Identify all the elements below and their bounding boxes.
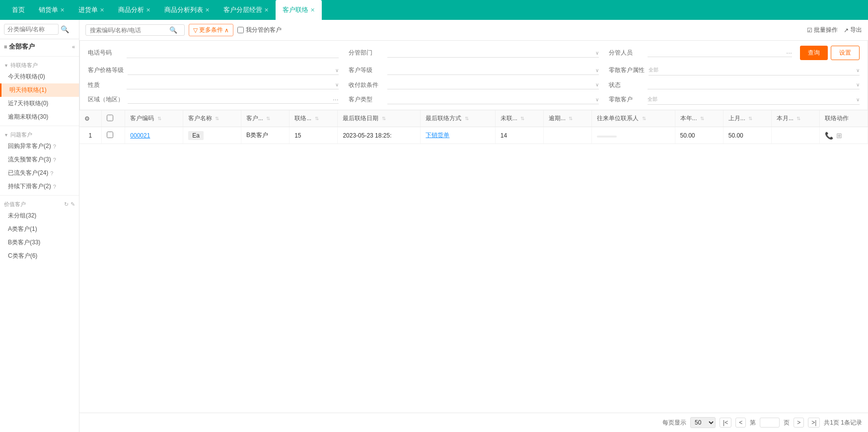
- row-checkbox[interactable]: [107, 132, 113, 138]
- sidebar-item-abnormal[interactable]: 回购异常客户(2) ?: [0, 140, 79, 153]
- prev-page-btn[interactable]: <: [735, 418, 746, 428]
- sidebar-item-today[interactable]: 今天待联络(0): [0, 70, 79, 83]
- th-checkbox[interactable]: [101, 110, 125, 127]
- first-page-btn[interactable]: |<: [720, 418, 731, 428]
- filter-region-dots[interactable]: ···: [333, 95, 339, 103]
- filter-retail-attr-select[interactable]: 全部∨: [649, 65, 860, 75]
- th-not-contacted[interactable]: 未联... ⇅: [495, 110, 543, 127]
- help-icon-2[interactable]: ?: [53, 157, 56, 163]
- per-page-select[interactable]: 50 100 200: [690, 417, 716, 428]
- toolbar-right-actions: ☑ 批量操作 ↗ 导出: [807, 26, 862, 34]
- filter-payment-label: 收付款条件: [349, 81, 383, 89]
- sort-icon-unit-contact: ⇅: [642, 116, 646, 121]
- sidebar-item-tomorrow[interactable]: 明天待联络(1): [0, 83, 79, 97]
- search-icon[interactable]: 🔍: [169, 26, 177, 34]
- nav-customer-contact[interactable]: 客户联络 ✕: [276, 0, 322, 20]
- th-unit-contact[interactable]: 往来单位联系人 ⇅: [592, 110, 675, 127]
- nav-customer-tier-close[interactable]: ✕: [264, 7, 269, 13]
- sidebar-search-icon[interactable]: 🔍: [61, 25, 69, 33]
- next-page-btn[interactable]: >: [794, 418, 804, 428]
- th-last-method[interactable]: 最后联络方式 ⇅: [421, 110, 495, 127]
- nav-sales[interactable]: 销货单 ✕: [32, 0, 72, 20]
- sort-icon-this-year: ⇅: [700, 116, 704, 121]
- nav-product-analysis-close[interactable]: ✕: [146, 7, 150, 13]
- filter-customer-type-select[interactable]: ∨: [387, 95, 599, 104]
- help-icon-3[interactable]: ?: [50, 170, 53, 176]
- sidebar-item-ungrouped[interactable]: 未分组(32): [0, 209, 79, 222]
- sidebar-item-churn-warning[interactable]: 流失预警客户(3) ?: [0, 153, 79, 166]
- refresh-icon[interactable]: ↻: [64, 201, 69, 208]
- table-body: 1 000021 Ea B类客户 15 2023-05-23 18:25:: [79, 127, 868, 144]
- more-filter-btn[interactable]: ▽ 更多条件 ∧: [189, 24, 233, 36]
- row-unit-contact: [592, 127, 675, 144]
- sidebar-value-icons: ↻ ✎: [64, 201, 75, 208]
- divider-2: [0, 126, 79, 126]
- nav-product-analysis-list[interactable]: 商品分析列表 ✕: [157, 0, 217, 20]
- th-this-year[interactable]: 本年... ⇅: [675, 110, 723, 127]
- help-icon-4[interactable]: ?: [53, 184, 56, 190]
- th-code[interactable]: 客户编码 ⇅: [125, 110, 183, 127]
- more-action-icon[interactable]: ⊞: [836, 132, 842, 140]
- filter-manager-label: 分管人员: [609, 49, 644, 57]
- export-btn[interactable]: ↗ 导出: [844, 26, 862, 34]
- sidebar-item-overdue[interactable]: 逾期未联络(30): [0, 110, 79, 124]
- sidebar-item-c-class[interactable]: C类客户(6): [0, 249, 79, 263]
- nav-customer-tier[interactable]: 客户分层经营 ✕: [217, 0, 276, 20]
- filter-retail-customer-select[interactable]: 全部∨: [648, 94, 860, 105]
- th-name[interactable]: 客户名称 ⇅: [183, 110, 241, 127]
- th-this-month[interactable]: 本月... ⇅: [771, 110, 819, 127]
- my-customers-checkbox[interactable]: [237, 27, 244, 33]
- filter-price-grade-select[interactable]: ∨: [128, 66, 339, 75]
- sidebar-item-churned[interactable]: 已流失客户(24) ?: [0, 166, 79, 180]
- filter-dept-select[interactable]: ∨: [387, 49, 599, 58]
- nav-customer-contact-close[interactable]: ✕: [310, 7, 315, 13]
- page-input[interactable]: 1: [760, 418, 780, 428]
- th-settings[interactable]: ⚙: [79, 110, 101, 127]
- sort-icon-last-date: ⇅: [382, 116, 386, 121]
- sidebar-item-7days[interactable]: 近7天待联络(0): [0, 97, 79, 110]
- last-page-btn[interactable]: >|: [808, 418, 820, 428]
- nav-purchase[interactable]: 进货单 ✕: [72, 0, 111, 20]
- nav-product-analysis-list-close[interactable]: ✕: [205, 7, 210, 13]
- batch-ops-btn[interactable]: ☑ 批量操作: [807, 26, 838, 34]
- phone-action-icon[interactable]: 📞: [825, 132, 833, 140]
- customer-code-link[interactable]: 000021: [130, 132, 150, 139]
- row-this-month: [771, 127, 819, 144]
- last-method-link[interactable]: 下销货单: [426, 132, 449, 139]
- filter-customer-grade-select[interactable]: ∨: [387, 66, 599, 75]
- sidebar: 🔍 ≡ 全部客户 « 待联络客户 今天待联络(0) 明天待联络(1) 近7天待联…: [0, 20, 79, 432]
- filter-status-select[interactable]: ∨: [648, 80, 860, 89]
- page-label: 第: [750, 419, 756, 427]
- settings-icon[interactable]: ⚙: [84, 115, 90, 122]
- th-last-month[interactable]: 上月... ⇅: [723, 110, 771, 127]
- nav-home[interactable]: 首页: [5, 0, 32, 20]
- query-btn[interactable]: 查询: [800, 46, 828, 60]
- sort-icon-last-method: ⇅: [465, 116, 469, 121]
- select-all-checkbox[interactable]: [107, 115, 113, 121]
- settings-btn[interactable]: 设置: [831, 46, 860, 60]
- sidebar-search-input[interactable]: [4, 24, 59, 35]
- sidebar-item-b-class[interactable]: B类客户(33): [0, 236, 79, 249]
- filter-nature-select[interactable]: ∨: [127, 80, 339, 89]
- header-row: ⚙ 客户编码 ⇅ 客户名称 ⇅: [79, 110, 868, 127]
- row-checkbox-cell: [101, 127, 125, 144]
- search-input[interactable]: [90, 27, 169, 34]
- th-overdue[interactable]: 逾期... ⇅: [544, 110, 592, 127]
- nav-sales-close[interactable]: ✕: [60, 7, 65, 13]
- my-customers-filter[interactable]: 我分管的客户: [237, 26, 282, 34]
- data-table: ⚙ 客户编码 ⇅ 客户名称 ⇅: [79, 110, 868, 144]
- help-icon-1[interactable]: ?: [53, 144, 56, 149]
- th-type[interactable]: 客户... ⇅: [241, 110, 289, 127]
- sidebar-item-a-class[interactable]: A类客户(1): [0, 222, 79, 236]
- sidebar-all-customers[interactable]: ≡ 全部客户 «: [0, 39, 79, 54]
- edit-icon[interactable]: ✎: [71, 201, 75, 208]
- filter-payment-select[interactable]: ∨: [387, 80, 599, 89]
- nav-product-analysis[interactable]: 商品分析 ✕: [111, 0, 157, 20]
- th-contacts[interactable]: 联络... ⇅: [289, 110, 338, 127]
- th-last-date[interactable]: 最后联络日期 ⇅: [338, 110, 421, 127]
- filter-manager-dots[interactable]: ···: [786, 49, 792, 57]
- sidebar-collapse-btn[interactable]: «: [72, 44, 75, 50]
- sidebar-item-declining[interactable]: 持续下滑客户(2) ?: [0, 180, 79, 193]
- filter-phone-input[interactable]: [127, 48, 339, 58]
- nav-purchase-close[interactable]: ✕: [100, 7, 104, 13]
